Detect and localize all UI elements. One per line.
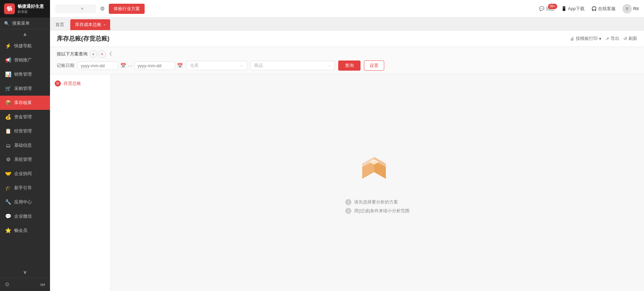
sidebar-search[interactable]: 🔍 搜索菜单 (0, 18, 50, 29)
calendar-start-icon[interactable]: 📅 (120, 63, 126, 68)
sidebar-item-inventory[interactable]: 📦 库存核算 (0, 96, 50, 110)
membership-icon: ⭐ (5, 227, 11, 234)
date-label: 记账日期 (57, 63, 74, 69)
sidebar-item-cooperation[interactable]: 🤝 企业协同 (0, 167, 50, 181)
sidebar-nav: ⚡ 快捷导航 📢 营销推广 📊 销售管理 🛒 采购管理 📦 库存核算 💰 资金管… (0, 39, 50, 268)
svg-point-9 (365, 171, 366, 173)
tab-close-icon[interactable]: × (103, 23, 105, 27)
query-button[interactable]: 查询 (338, 60, 361, 71)
logo-text: 畅捷通好生意 标准版 (18, 4, 44, 14)
sidebar-item-quick-nav[interactable]: ⚡ 快捷导航 (0, 39, 50, 53)
print-button[interactable]: 🖨 按模板打印 ▾ (570, 35, 601, 42)
online-support-button[interactable]: 🎧 在线客服 (591, 6, 616, 12)
warehouse-more-icon: ··· (240, 63, 243, 68)
main-area: ▾ ⚙ 体验行业方案 💬 消息 99+ 📱 App下载 🎧 在线客服 R (50, 0, 644, 291)
scroll-down-button[interactable]: ▼ (20, 269, 30, 276)
calendar-end-icon[interactable]: 📅 (177, 63, 183, 68)
sidebar: 畅 畅捷通好生意 标准版 🔍 搜索菜单 ▲ ⚡ 快捷导航 📢 营销推广 📊 销售… (0, 0, 50, 291)
tab-home-label: 首页 (55, 22, 64, 28)
empty-tip-1: 1 请先选择要分析的方案 (345, 199, 409, 205)
page-header: 库存总账(存货总账) 🖨 按模板打印 ▾ ↗ 导出 ↺ 刷新 (50, 30, 644, 47)
filter-add-button[interactable]: + (90, 50, 97, 58)
app-download-button[interactable]: 📱 App下载 (561, 6, 585, 12)
page-header-actions: 🖨 按模板打印 ▾ ↗ 导出 ↺ 刷新 (570, 35, 637, 42)
avatar-initials: R (626, 7, 628, 11)
sidebar-item-app-center[interactable]: 🔧 应用中心 (0, 195, 50, 209)
enterprise-wechat-icon: 💬 (5, 213, 11, 219)
sidebar-bottom: ⚙ ⏮ (0, 277, 50, 291)
messages-button[interactable]: 💬 消息 99+ (539, 6, 554, 12)
app-center-icon: 🔧 (5, 199, 11, 205)
sidebar-item-label: 采购管理 (14, 86, 45, 92)
scheme-panel: 存 存货总账 (50, 74, 111, 291)
sidebar-item-label: 快捷导航 (14, 43, 45, 49)
sidebar-item-label: 应用中心 (14, 199, 45, 205)
sidebar-item-sales[interactable]: 📊 销售管理 (0, 67, 50, 81)
system-icon: ⚙ (5, 156, 11, 163)
filter-top-row: 按以下方案查询 + × 《 (57, 50, 637, 58)
goods-selector[interactable]: 商品 ··· (250, 61, 335, 70)
sidebar-item-label: 库存核算 (14, 100, 45, 106)
basic-info-icon: 🗂 (5, 143, 11, 148)
tab-home[interactable]: 首页 (50, 19, 70, 30)
warehouse-selector[interactable]: 仓库 ··· (186, 61, 247, 70)
filter-collapse-button[interactable]: 《 (107, 51, 112, 57)
quick-nav-icon: ⚡ (5, 43, 11, 49)
sidebar-item-beginner[interactable]: 🎓 新手引导 (0, 181, 50, 195)
empty-state: 1 请先选择要分析的方案 2 用[过滤]条件来缩小分析范围 (111, 74, 644, 291)
logo-icon: 畅 (4, 3, 15, 14)
collapse-sidebar-button[interactable]: ⏮ (40, 282, 45, 288)
print-label: 按模板打印 (576, 35, 598, 42)
sidebar-item-funds[interactable]: 💰 资金管理 (0, 110, 50, 124)
sidebar-item-membership[interactable]: ⭐ 畅会员 (0, 223, 50, 238)
sidebar-item-basic-info[interactable]: 🗂 基础信息 (0, 138, 50, 152)
scroll-up-button[interactable]: ▲ (20, 30, 30, 38)
business-selector[interactable]: ▾ (55, 4, 96, 13)
tab-inventory-cost[interactable]: 库存成本总账 × (70, 19, 110, 30)
sidebar-item-label: 企业微信 (14, 213, 45, 219)
sidebar-scroll-up: ▲ (0, 29, 50, 39)
refresh-button[interactable]: ↺ 刷新 (623, 35, 637, 42)
date-start-input[interactable] (78, 62, 118, 70)
scheme-item-inventory-ledger[interactable]: 存 存货总账 (50, 78, 110, 89)
filter-remove-button[interactable]: × (98, 50, 106, 58)
tab-inventory-cost-label: 库存成本总账 (75, 22, 101, 28)
filter-bar: 按以下方案查询 + × 《 记账日期 📅 — 📅 仓库 ··· (50, 47, 644, 74)
warehouse-label: 仓库 (190, 63, 240, 69)
funds-icon: 💰 (5, 114, 11, 120)
sidebar-item-label: 经营管理 (14, 128, 45, 134)
date-input-group: 📅 — 📅 (78, 62, 183, 70)
sidebar-item-marketing[interactable]: 📢 营销推广 (0, 53, 50, 67)
filter-main-row: 记账日期 📅 — 📅 仓库 ··· 商品 ··· 查询 设置 (57, 60, 637, 71)
date-end-input[interactable] (134, 62, 175, 70)
settings-bottom-button[interactable]: ⚙ (5, 281, 9, 288)
sidebar-item-label: 系统管理 (14, 156, 45, 163)
scheme-item-label: 存货总账 (64, 80, 81, 87)
sidebar-scroll-down: ▼ (0, 268, 50, 277)
message-icon: 💬 (539, 6, 544, 11)
filter-scheme-label: 按以下方案查询 (57, 51, 88, 57)
sidebar-item-operations[interactable]: 📋 经营管理 (0, 124, 50, 138)
beginner-icon: 🎓 (5, 185, 11, 191)
sidebar-item-label: 企业协同 (14, 171, 45, 177)
content-area: 存 存货总账 (50, 74, 644, 291)
sidebar-item-purchase[interactable]: 🛒 采购管理 (0, 81, 50, 96)
topbar-right: 💬 消息 99+ 📱 App下载 🎧 在线客服 R Rit (539, 4, 639, 14)
scheme-icon: 存 (55, 80, 61, 87)
sidebar-item-label: 基础信息 (14, 142, 45, 148)
goods-more-icon: ··· (328, 63, 331, 68)
sidebar-item-enterprise-wechat[interactable]: 💬 企业微信 (0, 209, 50, 223)
page-title: 库存总账(存货总账) (57, 34, 109, 43)
export-button[interactable]: ↗ 导出 (605, 35, 619, 42)
export-label: 导出 (611, 35, 619, 42)
tip-num-1: 1 (345, 199, 351, 205)
user-profile-button[interactable]: R Rit (622, 4, 639, 14)
topbar-settings-icon[interactable]: ⚙ (100, 5, 105, 12)
sidebar-item-system[interactable]: ⚙ 系统管理 (0, 152, 50, 167)
app-download-label: App下载 (568, 6, 585, 12)
inventory-icon: 📦 (5, 100, 11, 106)
print-icon: 🖨 (570, 36, 574, 41)
sidebar-logo: 畅 畅捷通好生意 标准版 (0, 0, 50, 18)
filter-settings-button[interactable]: 设置 (364, 60, 384, 71)
promo-button[interactable]: 体验行业方案 (109, 4, 145, 14)
